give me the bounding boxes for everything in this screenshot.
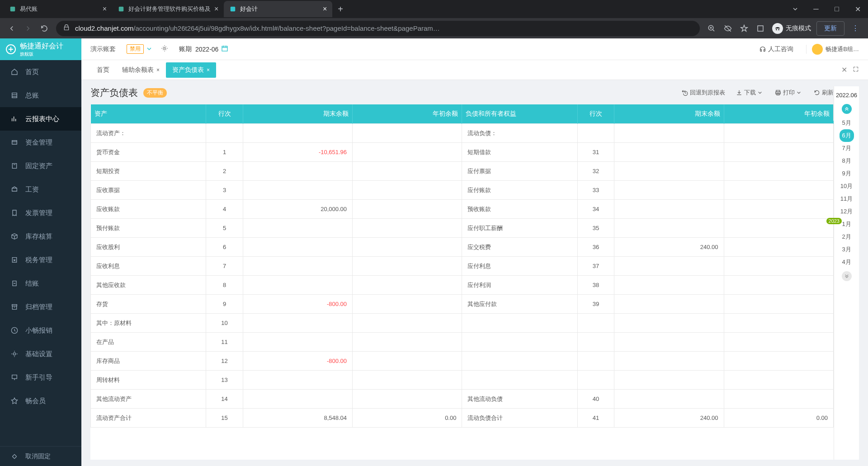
back-button[interactable]: [4, 20, 20, 37]
table-cell: 0.00: [353, 409, 462, 428]
table-row[interactable]: 其中：原材料10: [91, 314, 834, 333]
sidebar-item-label: 资金管理: [25, 138, 52, 147]
content-tab-close-icon[interactable]: ×: [156, 67, 160, 73]
svg-rect-2: [231, 7, 236, 12]
month-item[interactable]: 4月: [840, 256, 854, 268]
user-name: 畅捷通B组…: [826, 45, 859, 53]
user-avatar[interactable]: [812, 44, 823, 55]
month-item[interactable]: 11月: [840, 193, 854, 205]
month-item[interactable]: 6月: [840, 129, 854, 142]
sidebar-item[interactable]: 基础设置: [0, 342, 81, 366]
url-input[interactable]: cloud2.chanjet.com/accounting/uh26t264j5…: [56, 21, 700, 36]
table-row[interactable]: 其他流动资产14其他流动负债40: [91, 390, 834, 409]
table-row[interactable]: 预付账款5应付职工薪酬35: [91, 219, 834, 238]
print-button[interactable]: 打印: [775, 89, 803, 97]
table-row[interactable]: 应收股利6应交税费36240.00: [91, 238, 834, 257]
table-row[interactable]: 流动资产：流动负债：: [91, 124, 834, 143]
table-cell: 34: [577, 200, 614, 219]
update-button[interactable]: 更新: [816, 21, 844, 36]
sidebar-unpin[interactable]: 取消固定: [0, 446, 81, 466]
table-row[interactable]: 在产品11: [91, 333, 834, 352]
download-button[interactable]: 下载: [736, 89, 764, 97]
reload-button[interactable]: [36, 20, 52, 37]
table-row[interactable]: 货币资金1-10,651.96短期借款31: [91, 143, 834, 162]
sidebar-item[interactable]: 结账: [0, 272, 81, 295]
table-cell: [206, 124, 243, 143]
month-item[interactable]: 9月: [840, 167, 854, 180]
account-dropdown[interactable]: [146, 45, 152, 53]
tab-title: 好会计财务管理软件购买价格及: [128, 5, 211, 13]
revert-button[interactable]: 回退到原报表: [682, 89, 725, 97]
zoom-icon[interactable]: [703, 20, 720, 37]
tab-close-icon[interactable]: ×: [214, 5, 218, 13]
content-tab[interactable]: 辅助余额表×: [116, 62, 166, 78]
support-link[interactable]: 人工咨询: [759, 45, 793, 53]
month-item[interactable]: 10月: [840, 180, 854, 193]
table-row[interactable]: 应收账款420,000.00预收账款34: [91, 200, 834, 219]
table-row[interactable]: 存货9-800.00其他应付款39: [91, 295, 834, 314]
sidebar-item[interactable]: 库存核算: [0, 225, 81, 248]
table-row[interactable]: 其他应收款8应付利润38: [91, 276, 834, 295]
content-tab[interactable]: 首页: [90, 62, 116, 78]
sidebar-item[interactable]: 总账: [0, 84, 81, 107]
sidebar-item[interactable]: 畅会员: [0, 389, 81, 413]
sidebar-item[interactable]: 资金管理: [0, 131, 81, 154]
content-tab-close-icon[interactable]: ×: [207, 67, 210, 73]
month-item[interactable]: 7月: [840, 142, 854, 155]
sidebar-item-label: 结账: [25, 279, 39, 288]
content-tab[interactable]: 资产负债表×: [166, 62, 216, 78]
table-cell: [462, 333, 577, 352]
sidebar-item[interactable]: 工资: [0, 178, 81, 201]
month-item[interactable]: 12月: [840, 205, 854, 218]
table-cell: 应付利润: [462, 276, 577, 295]
sidebar-item[interactable]: 归档管理: [0, 295, 81, 319]
sidebar-item[interactable]: 固定资产: [0, 154, 81, 178]
new-tab-button[interactable]: +: [332, 4, 349, 14]
chevron-down-icon[interactable]: [785, 0, 806, 18]
refresh-button[interactable]: 刷新: [814, 89, 834, 97]
tab-close-icon[interactable]: ×: [103, 5, 107, 13]
table-cell: 10: [206, 314, 243, 333]
calendar-icon[interactable]: [221, 45, 228, 54]
table-cell: [353, 276, 462, 295]
maximize-button[interactable]: □: [826, 0, 847, 18]
sidebar-item[interactable]: 首页: [0, 60, 81, 84]
close-window-button[interactable]: ✕: [847, 0, 868, 18]
tab-close-icon[interactable]: ×: [323, 5, 327, 13]
browser-tab[interactable]: 好会计×: [224, 1, 332, 17]
brand-icon: [5, 44, 16, 55]
month-item[interactable]: 8月: [840, 155, 854, 167]
table-row[interactable]: 应收票据3应付账款33: [91, 181, 834, 200]
eye-off-icon[interactable]: [720, 20, 736, 37]
month-scroll-up[interactable]: [842, 104, 852, 114]
sidebar-item[interactable]: 云报表中心: [0, 107, 81, 131]
month-item[interactable]: 3月: [840, 243, 854, 256]
forward-button[interactable]: [20, 20, 36, 37]
browser-menu-button[interactable]: ⋮: [846, 24, 864, 33]
table-cell: 12: [206, 352, 243, 371]
month-scroll-down[interactable]: [842, 271, 852, 281]
sidebar-item[interactable]: 小畅报销: [0, 319, 81, 342]
table-row[interactable]: 流动资产合计158,548.040.00流动负债合计41240.000.00: [91, 409, 834, 428]
sidebar-item[interactable]: 发票管理: [0, 201, 81, 225]
bookmark-icon[interactable]: [736, 20, 752, 37]
table-cell: 9: [206, 295, 243, 314]
month-item[interactable]: 2月: [840, 231, 854, 243]
table-row[interactable]: 库存商品12-800.00: [91, 352, 834, 371]
sidebar-item[interactable]: 税务管理: [0, 248, 81, 272]
table-row[interactable]: 短期投资2应付票据32: [91, 162, 834, 181]
sidebar-item[interactable]: 新手引导: [0, 366, 81, 389]
extension-icon[interactable]: [752, 20, 769, 37]
settings-icon[interactable]: [161, 45, 168, 54]
table-row[interactable]: 周转材料13: [91, 371, 834, 390]
tabs-fullscreen-icon[interactable]: [853, 66, 859, 74]
browser-tab[interactable]: 易代账×: [4, 1, 112, 17]
table-row[interactable]: 应收利息7应付利息37: [91, 257, 834, 276]
tabs-close-icon[interactable]: ✕: [841, 66, 847, 74]
table-cell: [353, 181, 462, 200]
month-item[interactable]: 5月: [840, 117, 854, 129]
minimize-button[interactable]: ─: [806, 0, 826, 18]
browser-tab[interactable]: 好会计财务管理软件购买价格及×: [112, 1, 224, 17]
table-cell: 流动负债合计: [462, 409, 577, 428]
brand-logo[interactable]: 畅捷通好会计 旗舰版: [0, 38, 81, 60]
